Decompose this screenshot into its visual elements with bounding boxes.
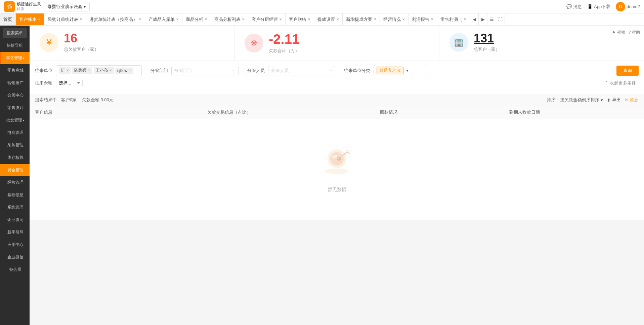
sidebar-item-finance[interactable]: 资金管理 — [0, 164, 30, 176]
tab-profit-report[interactable]: 利润报告 ✕ — [409, 13, 437, 26]
tag-wu-close[interactable]: ✕ — [66, 69, 69, 72]
tab-customer-segment-close[interactable]: ✕ — [279, 17, 282, 21]
sidebar-item-system[interactable]: 系统管理 — [0, 201, 30, 214]
tab-customer-book[interactable]: 客户账本 ✕ — [16, 13, 44, 26]
sidebar-item-vip-member[interactable]: 畅会员 — [0, 263, 30, 276]
tab-scroll-left[interactable]: ◀ — [470, 13, 479, 26]
tag-chen: 陈民强 ✕ — [72, 67, 92, 74]
table-header: 客户信息 欠款交易信息（占比） 回款情况 到期未收款日期 — [30, 106, 644, 119]
tab-produce-in[interactable]: 产成品入库单 ✕ — [145, 13, 182, 26]
sidebar-item-retail-mall-label: 零售商城 — [7, 68, 24, 73]
tab-new-promotion-label: 新增提成方案 — [346, 16, 372, 23]
logo-icon: 畅 — [4, 1, 15, 12]
dept-filter-select[interactable]: 分管部门 ··· — [171, 66, 239, 75]
tab-operation-status[interactable]: 经营情况 ✕ — [380, 13, 409, 26]
sort-select[interactable]: 排序：按欠款金额倒序排序 ▾ — [547, 97, 603, 103]
tab-goods-analysis-label: 商品分析 — [186, 16, 203, 23]
tab-stock-in-stats[interactable]: 进货单统计表（按商品） ✕ — [86, 13, 145, 26]
message-btn[interactable]: 💬 消息 — [566, 4, 582, 10]
stat-clients-value: 131 — [474, 32, 500, 44]
sidebar-item-retail-label: 零售管理 — [6, 55, 22, 61]
tab-profit-report-label: 利润报告 — [412, 16, 429, 23]
tab-produce-in-close[interactable]: ✕ — [176, 17, 179, 21]
stats-row: ¥ 16 总欠款客户（家） ❋ -2.11 欠款合计（万） — [30, 26, 644, 61]
video-link[interactable]: ▶ 视频 — [612, 30, 625, 35]
sidebar-search-btn[interactable]: 搜索菜单 — [3, 28, 27, 38]
unit-type-dropdown-icon: ▾ — [406, 68, 409, 73]
result-actions: 排序：按欠款金额倒序排序 ▾ ⬆ 导出 ↻ 刷新 — [547, 97, 639, 103]
debt-amount-label: 欠款金额 0.00元 — [82, 97, 114, 102]
sidebar-item-enterprise-wechat[interactable]: 企业微信 — [0, 251, 30, 263]
tab-menu-btn[interactable]: ☰ — [487, 13, 496, 26]
tab-purchase-order-close[interactable]: ✕ — [80, 17, 82, 21]
content-inner: ¥ 16 总欠款客户（家） ❋ -2.11 欠款合计（万） — [30, 26, 644, 220]
sidebar-nav: 零售管理 ▾ 零售商城 营销推广 会员中心 零售统计 批发管理 ▾ 电商管理 — [0, 50, 30, 277]
tab-goods-analysis[interactable]: 商品分析 ✕ — [182, 13, 211, 26]
tab-customer-contact-close[interactable]: ✕ — [308, 17, 310, 21]
tag-chen-close[interactable]: ✕ — [88, 69, 90, 72]
sidebar-item-basic-info[interactable]: 基础信息 — [0, 189, 30, 201]
filter-row-1: 往来单位 伍 ✕ 陈民强 ✕ 王小亮 ✕ — [35, 65, 639, 76]
sidebar-item-operation[interactable]: 经营管理 — [0, 176, 30, 189]
collapse-btn[interactable]: ⌃ 收起更多条件 — [602, 79, 639, 87]
tab-promotion-settings-label: 提成设置 — [317, 16, 335, 23]
tab-bar: 首页 客户账本 ✕ 采购订单统计表 ✕ 进货单统计表（按商品） ✕ 产成品入库单… — [0, 13, 644, 26]
balance-filter-select[interactable]: 选择... — [56, 79, 83, 87]
tab-goods-analysis-list-close[interactable]: ✕ — [242, 17, 245, 21]
empty-text: 暂无数据 — [328, 187, 346, 193]
tab-home[interactable]: 首页 — [0, 13, 16, 26]
tab-promotion-settings-close[interactable]: ✕ — [336, 17, 339, 21]
user-menu[interactable]: D demo2 — [616, 2, 640, 11]
tab-retail-profit[interactable]: 零售利润（ ✕ — [437, 13, 470, 26]
tab-operation-status-close[interactable]: ✕ — [402, 17, 405, 21]
tab-stock-in-close[interactable]: ✕ — [139, 17, 141, 21]
search-result-label: 搜索结果中，客户0家 — [35, 97, 77, 102]
tab-promotion-settings[interactable]: 提成设置 ✕ — [314, 13, 343, 26]
tab-customer-contact[interactable]: 客户联络 ✕ — [286, 13, 314, 26]
tab-purchase-order[interactable]: 采购订单统计表 ✕ — [44, 13, 86, 26]
query-button[interactable]: 查询 — [616, 66, 639, 76]
sidebar-item-ecommerce[interactable]: 电商管理 — [0, 127, 30, 139]
sidebar-item-retail-stats[interactable]: 零售统计 — [0, 102, 30, 114]
filter-more-btn[interactable]: ··· — [135, 68, 139, 73]
sidebar-item-enterprise-coop[interactable]: 企业协同 — [0, 214, 30, 226]
sidebar-item-app-center[interactable]: 应用中心 — [0, 239, 30, 251]
sidebar-item-marketing[interactable]: 营销推广 — [0, 77, 30, 89]
sidebar-item-member[interactable]: 会员中心 — [0, 89, 30, 102]
unit-type-filter-select[interactable]: 普通客户 ✕ ▾ — [374, 65, 427, 76]
refresh-btn[interactable]: ↻ 刷新 — [625, 97, 639, 103]
sidebar-item-newbie[interactable]: 新手引导 — [0, 226, 30, 239]
sidebar-item-enterprise-wechat-label: 企业微信 — [7, 255, 24, 259]
sidebar-quick-nav[interactable]: 快捷导航 — [0, 41, 30, 50]
store-name: 母婴行业演示账套 — [47, 4, 82, 10]
export-btn[interactable]: ⬆ 导出 — [607, 97, 621, 103]
person-filter-select[interactable]: 分管人员 ··· — [268, 66, 335, 75]
unit-filter-input[interactable]: 伍 ✕ 陈民强 ✕ 王小亮 ✕ cjttcw ✕ — [56, 65, 142, 76]
tag-cjttcw-close[interactable]: ✕ — [129, 69, 131, 72]
tab-retail-profit-close[interactable]: ✕ — [464, 17, 466, 21]
unit-type-filter-label: 往来单位分类 — [344, 68, 370, 74]
tab-new-promotion[interactable]: 新增提成方案 ✕ — [343, 13, 380, 26]
sidebar-item-inventory[interactable]: 库存核算 — [0, 151, 30, 164]
tab-goods-analysis-close[interactable]: ✕ — [205, 17, 207, 21]
sidebar-item-wholesale[interactable]: 批发管理 ▾ — [0, 114, 30, 127]
tag-wang-close[interactable]: ✕ — [109, 69, 112, 72]
app-download-btn[interactable]: 📱 App下载 — [587, 4, 610, 10]
tab-new-promotion-close[interactable]: ✕ — [374, 17, 376, 21]
sidebar-item-retail-mall[interactable]: 零售商城 — [0, 64, 30, 77]
store-selector[interactable]: 母婴行业演示账套 ▾ — [44, 2, 90, 11]
message-icon: 💬 — [566, 4, 572, 9]
tab-profit-report-close[interactable]: ✕ — [431, 17, 433, 21]
tab-customer-book-close[interactable]: ✕ — [38, 17, 41, 21]
sidebar-item-purchase[interactable]: 采购管理 — [0, 139, 30, 151]
unit-type-tag-close[interactable]: ✕ — [397, 68, 400, 73]
stat-debt-icon: ❋ — [245, 34, 263, 52]
sidebar-item-retail[interactable]: 零售管理 ▾ — [0, 52, 30, 64]
main-layout: 搜索菜单 快捷导航 零售管理 ▾ 零售商城 营销推广 会员中心 零售统计 批发管… — [0, 26, 644, 325]
tab-produce-in-label: 产成品入库单 — [148, 16, 175, 23]
tab-fullscreen-btn[interactable]: ⛶ — [496, 13, 505, 26]
tab-customer-segment[interactable]: 客户分层经营 ✕ — [248, 13, 286, 26]
help-link[interactable]: ? 帮助 — [629, 30, 640, 35]
tab-scroll-right[interactable]: ▶ — [479, 13, 487, 26]
tab-goods-analysis-list[interactable]: 商品分析列表 ✕ — [211, 13, 248, 26]
